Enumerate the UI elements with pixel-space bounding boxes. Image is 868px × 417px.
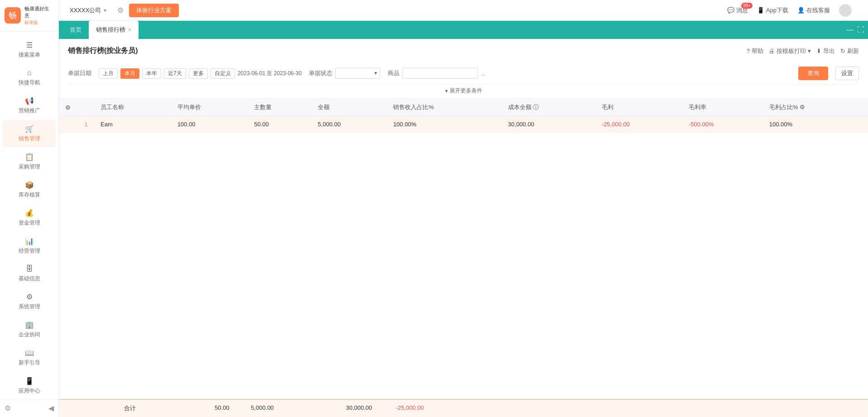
topbar-settings-icon[interactable]: ⚙ bbox=[117, 6, 124, 14]
nav-icon-purchase: 📋 bbox=[25, 153, 34, 161]
goods-input[interactable] bbox=[402, 68, 478, 79]
tab-close-icon[interactable]: × bbox=[128, 27, 131, 33]
avatar[interactable] bbox=[839, 4, 852, 17]
sidebar: 畅 畅康通好生意 标准版 ☰搜索菜单⌂快捷导航📢营销推广🛒销售管理📋采购管理📦库… bbox=[0, 0, 59, 417]
company-selector[interactable]: XXXXX公司 ▾ bbox=[66, 5, 110, 16]
date-range-text: 2023-06-01 至 2023-06-30 bbox=[238, 70, 302, 77]
tab-sales-ranking[interactable]: 销售排行榜 × bbox=[89, 21, 139, 39]
sidebar-item-operations[interactable]: 📊经营管理 bbox=[3, 232, 56, 259]
page-header: 销售排行榜(按业务员) ? 帮助 🖨 按模板打印 ▾ ⬇ 导出 bbox=[59, 39, 868, 99]
nav-label-operations: 经营管理 bbox=[19, 247, 40, 255]
last-month-btn[interactable]: 上月 bbox=[99, 68, 118, 79]
goods-filter-label: 商品 bbox=[388, 69, 399, 77]
row-sales-ratio: 100.00% bbox=[388, 116, 502, 133]
this-year-btn[interactable]: 本年 bbox=[142, 68, 161, 79]
tab-minimize-icon[interactable]: — bbox=[846, 26, 854, 34]
col-gross-rate: 毛利率 bbox=[683, 99, 764, 116]
nav-icon-search: ☰ bbox=[26, 41, 33, 49]
date-filters: 上月 本月 本年 近7天 更多 自定义 2023-06-01 至 2023-06… bbox=[99, 68, 302, 79]
sidebar-item-search[interactable]: ☰搜索菜单 bbox=[3, 36, 56, 63]
help-icon: ? bbox=[747, 48, 750, 54]
footer-gross-ratio bbox=[481, 404, 526, 412]
row-gross-ratio: 100.00% bbox=[764, 116, 868, 133]
more-filters-icon[interactable]: ... bbox=[481, 70, 486, 77]
sidebar-item-shortcut[interactable]: ⌂快捷导航 bbox=[3, 64, 56, 91]
row-rank: 1 bbox=[77, 116, 95, 133]
message-action[interactable]: 💬 消息 99+ bbox=[727, 6, 748, 14]
status-select[interactable]: ▾ bbox=[335, 68, 380, 79]
nav-icon-enterprise: 🏢 bbox=[25, 321, 34, 329]
footer-settings-cell bbox=[64, 404, 101, 412]
app-download-label: App下载 bbox=[766, 6, 788, 14]
col-avg-price: 平均单价 bbox=[172, 99, 249, 116]
content-area: 销售排行榜(按业务员) ? 帮助 🖨 按模板打印 ▾ ⬇ 导出 bbox=[59, 39, 868, 417]
app-download-action[interactable]: 📱 App下载 bbox=[757, 6, 788, 14]
nav-icon-operations: 📊 bbox=[25, 237, 34, 245]
help-label: 帮助 bbox=[752, 47, 763, 55]
row-name: Eam bbox=[95, 116, 172, 133]
sidebar-item-sales[interactable]: 🛒销售管理 bbox=[3, 120, 56, 147]
refresh-label: 刷新 bbox=[847, 47, 859, 55]
export-button[interactable]: ⬇ 导出 bbox=[816, 47, 835, 55]
trial-button[interactable]: 体验行业方案 bbox=[129, 4, 179, 17]
row-total: 5,000.00 bbox=[312, 116, 388, 133]
sidebar-item-finance[interactable]: 💰资金管理 bbox=[3, 204, 56, 231]
sidebar-item-purchase[interactable]: 📋采购管理 bbox=[3, 148, 56, 175]
nav-label-system: 系统管理 bbox=[19, 303, 40, 311]
online-service-action[interactable]: 👤 在线客服 bbox=[797, 6, 830, 14]
tab-bar: 首页 销售排行榜 × — ⛶ bbox=[59, 21, 868, 39]
sidebar-item-system[interactable]: ⚙系统管理 bbox=[3, 288, 56, 315]
print-chevron-icon: ▾ bbox=[808, 48, 811, 54]
help-button[interactable]: ? 帮助 bbox=[747, 47, 763, 55]
col-main-qty: 主数量 bbox=[249, 99, 312, 116]
nav-label-enterprise: 企业协同 bbox=[19, 331, 40, 339]
export-icon: ⬇ bbox=[816, 48, 821, 54]
expand-icon: ▾ bbox=[445, 88, 448, 94]
tab-fullscreen-icon[interactable]: ⛶ bbox=[857, 26, 864, 34]
sidebar-item-marketing[interactable]: 📢营销推广 bbox=[3, 92, 56, 119]
app-download-icon: 📱 bbox=[757, 7, 764, 14]
print-icon: 🖨 bbox=[769, 48, 775, 54]
message-icon: 💬 bbox=[727, 7, 734, 14]
nav-icon-sales: 🛒 bbox=[25, 125, 34, 133]
nav-label-finance: 资金管理 bbox=[19, 219, 40, 227]
data-table: ⚙ 员工名称 平均单价 主数量 全额 销售收入占比% 成本全额 ⓘ 毛利 毛利率… bbox=[59, 99, 868, 133]
nav-label-sales: 销售管理 bbox=[19, 135, 40, 143]
footer-gross: -25,000.00 bbox=[390, 404, 436, 412]
nav-label-appstore: 应用中心 bbox=[19, 387, 40, 395]
sidebar-item-inventory[interactable]: 📦库存核算 bbox=[3, 176, 56, 203]
nav-label-basic: 基础信息 bbox=[19, 275, 40, 283]
sidebar-item-guide[interactable]: 📖新手引导 bbox=[3, 344, 56, 371]
row-avg-price: 100.00 bbox=[172, 116, 249, 133]
settings-small-button[interactable]: 设置 bbox=[835, 67, 859, 80]
tab-home[interactable]: 首页 bbox=[62, 21, 89, 39]
print-button[interactable]: 🖨 按模板打印 ▾ bbox=[769, 47, 811, 55]
sidebar-item-enterprise[interactable]: 🏢企业协同 bbox=[3, 316, 56, 343]
col-settings[interactable]: ⚙ bbox=[59, 99, 77, 116]
this-month-btn[interactable]: 本月 bbox=[120, 68, 139, 79]
sidebar-settings-icon[interactable]: ⚙ bbox=[5, 404, 11, 412]
message-badge: 99+ bbox=[741, 3, 753, 9]
custom-date-btn[interactable]: 自定义 bbox=[211, 68, 235, 79]
refresh-icon: ↻ bbox=[840, 48, 845, 54]
chevron-down-icon: ▾ bbox=[104, 7, 106, 14]
topbar: XXXXX公司 ▾ ⚙ 体验行业方案 💬 消息 99+ 📱 App下载 👤 在线… bbox=[59, 0, 868, 21]
sidebar-collapse-icon[interactable]: ◀ bbox=[48, 404, 54, 412]
online-service-icon: 👤 bbox=[797, 7, 805, 14]
table-container: ⚙ 员工名称 平均单价 主数量 全额 销售收入占比% 成本全额 ⓘ 毛利 毛利率… bbox=[59, 99, 868, 399]
refresh-button[interactable]: ↻ 刷新 bbox=[840, 47, 859, 55]
col-name: 员工名称 bbox=[95, 99, 172, 116]
expand-button[interactable]: ▾ 展开更多条件 bbox=[445, 87, 482, 95]
topbar-right: 💬 消息 99+ 📱 App下载 👤 在线客服 bbox=[727, 4, 861, 17]
footer-main-qty: 50.00 bbox=[209, 404, 245, 412]
date-filter-label: 单据日期 bbox=[68, 69, 91, 77]
more-date-btn[interactable]: 更多 bbox=[189, 68, 208, 79]
last7-btn[interactable]: 近7天 bbox=[164, 68, 186, 79]
col-gross-ratio: 毛利占比% ⚙ bbox=[764, 99, 868, 116]
footer-total: 5,000.00 bbox=[245, 404, 291, 412]
sidebar-item-basic[interactable]: 🗄基础信息 bbox=[3, 260, 56, 287]
sidebar-item-appstore[interactable]: 📱应用中心 bbox=[3, 372, 56, 399]
footer-label: 合计 bbox=[119, 404, 164, 412]
nav-icon-guide: 📖 bbox=[25, 349, 34, 357]
query-button[interactable]: 查询 bbox=[798, 67, 828, 80]
